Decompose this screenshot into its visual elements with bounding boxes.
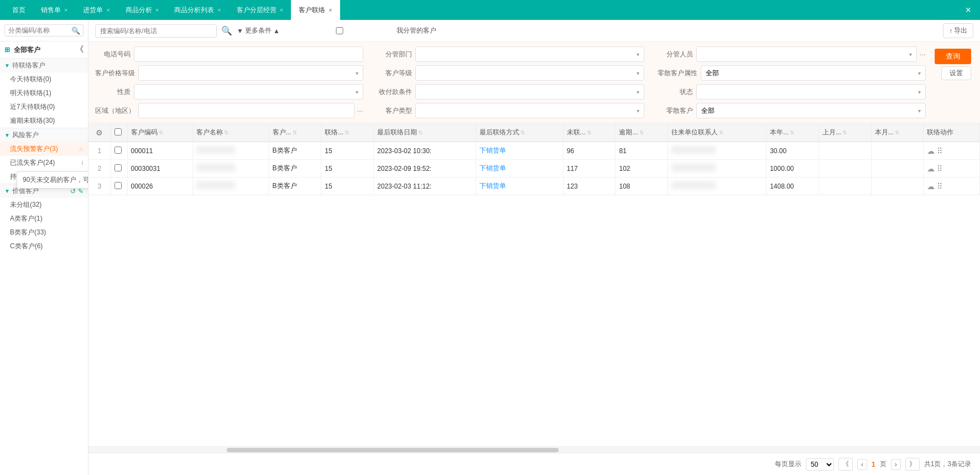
settings-button[interactable]: 设置 [941, 66, 971, 80]
window-close-icon[interactable]: × [961, 4, 976, 16]
gear-icon-th[interactable]: ⚙ [96, 128, 103, 137]
manager-select[interactable]: ▾ [696, 46, 917, 62]
customer-type-select[interactable]: ▾ [415, 103, 645, 118]
sort-icon-contact[interactable]: ⇅ [345, 129, 349, 135]
sidebar: 🔍 ⊞ 全部客户 《 ▼ 待联络客户 今天待联络(0) 明天待联络(1) [0, 20, 88, 475]
filter-row-1: 电话号码 分管部门 ▾ 分管人员 [95, 46, 926, 62]
row-checkbox-2[interactable] [114, 182, 122, 189]
cell-this-year-1: 1000.00 [767, 160, 819, 178]
nav-customer-contact[interactable]: 客户联络 × [291, 0, 340, 20]
more-action-icon-0[interactable]: ⠿ [937, 147, 942, 155]
cell-last-date-1: 2023-02-09 19:52: [374, 160, 476, 178]
close-customer-contact-icon[interactable]: × [329, 7, 332, 13]
nav-home[interactable]: 首页 [4, 0, 33, 20]
sidebar-item-class-a[interactable]: A类客户(1) [0, 212, 88, 226]
casual-customer-select[interactable]: 全部 ▾ [696, 103, 926, 118]
contact-action-icon-0[interactable]: ☁ [927, 147, 935, 155]
sidebar-item-class-c[interactable]: C类客户(6) [0, 239, 88, 253]
phone-input[interactable] [134, 46, 363, 62]
more-filter-btn[interactable]: ▼ 更多条件 ▲ [237, 26, 280, 35]
close-analysis-list-icon[interactable]: × [217, 7, 221, 13]
sort-icon-name[interactable]: ⇅ [224, 129, 228, 135]
price-tier-select[interactable]: ▾ [138, 65, 363, 81]
cell-last-month-1 [819, 160, 871, 178]
sort-icon-last-month[interactable]: ⇅ [842, 129, 847, 135]
scroll-thumb[interactable] [227, 448, 559, 452]
close-purchase-icon[interactable]: × [106, 7, 110, 13]
department-select[interactable]: ▾ [415, 46, 645, 62]
close-customer-tier-icon[interactable]: × [280, 7, 283, 13]
cell-type-2: B类客户 [269, 178, 321, 195]
nav-customer-tier[interactable]: 客户分层经营 × [229, 0, 291, 20]
sidebar-item-unclassified[interactable]: 未分组(32) [0, 198, 88, 212]
cell-contact-2: 15 [321, 178, 374, 195]
search-input[interactable] [95, 24, 217, 38]
query-button[interactable]: 查询 [935, 49, 971, 64]
region-more-icon[interactable]: ··· [357, 106, 363, 115]
nature-select[interactable]: ▾ [134, 84, 363, 100]
sidebar-item-tomorrow[interactable]: 明天待联络(1) [0, 86, 88, 100]
nav-analysis[interactable]: 商品分析 × [118, 0, 166, 20]
sidebar-item-class-b[interactable]: B类客户(33) [0, 226, 88, 239]
sort-icon-unit[interactable]: ⇅ [719, 129, 723, 135]
pending-contact-section[interactable]: ▼ 待联络客户 [0, 58, 88, 72]
select-all-checkbox[interactable] [114, 128, 122, 135]
search-button[interactable]: 🔍 [221, 25, 232, 36]
sort-icon-date[interactable]: ⇅ [418, 129, 423, 135]
sort-icon-type[interactable]: ⇅ [293, 129, 297, 135]
sort-icon-overdue[interactable]: ⇅ [639, 129, 644, 135]
payment-select[interactable]: ▾ [415, 84, 645, 100]
export-button[interactable]: ↑ 导出 [943, 23, 973, 38]
last-method-link-1[interactable]: 下销货单 [479, 164, 506, 172]
risk-customer-section[interactable]: ▼ 风险客户 [0, 128, 88, 142]
more-icon[interactable]: ··· [919, 50, 926, 59]
sort-icon-method[interactable]: ⇅ [520, 129, 525, 135]
last-method-link-0[interactable]: 下销货单 [479, 147, 506, 154]
chevron-down-icon: ▾ [637, 51, 639, 58]
contact-action-icon-1[interactable]: ☁ [927, 164, 935, 173]
filter-department: 分管部门 ▾ [377, 46, 645, 62]
more-action-icon-1[interactable]: ⠿ [937, 164, 942, 173]
cell-actions-1: ☁ ⠿ [924, 160, 980, 178]
all-customers-header[interactable]: ⊞ 全部客户 《 [0, 41, 88, 58]
sort-icon-this-month[interactable]: ⇅ [895, 129, 899, 135]
more-action-icon-2[interactable]: ⠿ [937, 182, 942, 191]
casual-attr-select[interactable]: 全部 ▾ [701, 65, 926, 81]
filter-row-2: 客户价格等级 ▾ 客户等级 ▾ [95, 65, 926, 81]
nav-analysis-list[interactable]: 商品分析列表 × [166, 0, 228, 20]
close-analysis-icon[interactable]: × [155, 7, 159, 13]
prev-page-button[interactable]: ‹ [857, 459, 867, 470]
last-page-button[interactable]: 》 [905, 458, 920, 471]
filter-nature: 性质 ▾ [95, 84, 363, 100]
cell-type-1: B类客户 [269, 160, 321, 178]
cell-last-method-2: 下销货单 [476, 178, 563, 195]
first-page-button[interactable]: 《 [838, 458, 853, 471]
region-select[interactable] [138, 103, 355, 118]
last-method-link-2[interactable]: 下销货单 [479, 182, 506, 190]
sidebar-item-today[interactable]: 今天待联络(0) [0, 72, 88, 86]
sidebar-item-churn-predict[interactable]: 流失预警客户(3) ⚠ [0, 142, 88, 156]
per-page-select[interactable]: 50 100 [806, 458, 834, 471]
grid-icon: ⊞ [4, 46, 10, 54]
my-customers-checkbox[interactable] [284, 27, 395, 34]
sidebar-item-week[interactable]: 近7天待联络(0) [0, 100, 88, 114]
row-checkbox-1[interactable] [114, 164, 122, 171]
sidebar-item-overdue[interactable]: 逾期未联络(30) [0, 114, 88, 128]
sort-icon-code[interactable]: ⇅ [159, 129, 163, 135]
sort-icon-this-year[interactable]: ⇅ [790, 129, 794, 135]
contact-action-icon-2[interactable]: ☁ [927, 182, 935, 191]
my-customers-checkbox-area[interactable]: 我分管的客户 [284, 26, 436, 35]
chevron-down-icon-2: ▾ [909, 51, 912, 58]
sidebar-item-already-lost[interactable]: 已流失客户(24) ℹ [0, 156, 88, 170]
status-select[interactable]: ▾ [696, 84, 926, 100]
sort-icon-not-contacted[interactable]: ⇅ [587, 129, 591, 135]
top-nav: 首页 销售单 × 进货单 × 商品分析 × 商品分析列表 × 客户分层经营 × … [0, 0, 980, 20]
customer-tier-select[interactable]: ▾ [415, 65, 645, 81]
next-page-button[interactable]: › [891, 459, 901, 470]
row-checkbox-0[interactable] [114, 147, 122, 154]
collapse-icon[interactable]: 《 [76, 45, 84, 55]
nav-purchase[interactable]: 进货单 × [75, 0, 117, 20]
horizontal-scrollbar[interactable] [88, 446, 980, 453]
nav-sales[interactable]: 销售单 × [33, 0, 75, 20]
close-sales-icon[interactable]: × [64, 7, 67, 13]
